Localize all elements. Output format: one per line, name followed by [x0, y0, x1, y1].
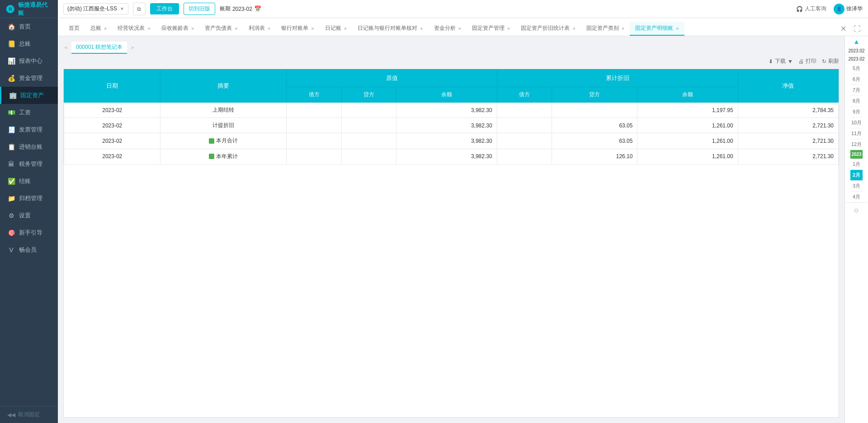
- sidebar-item-结账[interactable]: ✅ 结账: [0, 173, 58, 190]
- cell-summary: 本月合计: [160, 133, 287, 149]
- tab-日记账与银行对账单核对[interactable]: 日记账与银行对账单核对×: [352, 22, 428, 36]
- sidebar-icon: 📋: [7, 143, 15, 150]
- th-yuanzhi-credit: 贷方: [341, 87, 396, 103]
- tab-close-icon[interactable]: ×: [458, 26, 461, 31]
- sidebar-item-进销台账[interactable]: 📋 进销台账: [0, 138, 58, 155]
- asset-name-tab[interactable]: 000001 联想笔记本: [71, 42, 127, 54]
- tab-close-icon[interactable]: ×: [507, 26, 510, 31]
- table-row: 2023-02 本月合计 3,982.30 63.05 1,261.00 2,7…: [64, 133, 839, 149]
- sidebar-item-资金管理[interactable]: 💰 资金管理: [0, 70, 58, 87]
- timeline-period-top2: 2023.02: [845, 55, 868, 63]
- download-label: 下载: [775, 57, 786, 65]
- tab-资金分析[interactable]: 资金分析×: [429, 22, 467, 36]
- sidebar-icon: 🏢: [9, 92, 17, 99]
- company-selector[interactable]: (勿动) 江西服垒-LSS ▼: [63, 3, 128, 14]
- switch-version-button[interactable]: 切到旧版: [184, 3, 215, 15]
- period-value: 2023-02: [232, 6, 252, 12]
- table-row: 2023-02 计提折旧 3,982.30 63.05 1,261.00 2,7…: [64, 118, 839, 133]
- tab-close-icon[interactable]: ×: [235, 26, 237, 31]
- sidebar-item-固定资产[interactable]: 🏢 固定资产: [0, 87, 58, 104]
- timeline-month-item[interactable]: 7月: [850, 85, 863, 96]
- cell-leiji-debit: [497, 149, 552, 164]
- sidebar-icon: 🎯: [7, 229, 15, 236]
- timeline-month-item[interactable]: 8月: [850, 96, 863, 107]
- sidebar-item-设置[interactable]: ⚙ 设置: [0, 207, 58, 224]
- sidebar-label: 税务管理: [19, 160, 42, 168]
- close-tab-icon[interactable]: ✕: [839, 24, 848, 34]
- workbench-button[interactable]: 工作台: [150, 3, 179, 14]
- sidebar-item-归档管理[interactable]: 📁 归档管理: [0, 190, 58, 207]
- nav-next-icon[interactable]: ＞: [130, 44, 135, 52]
- print-label: 打印: [806, 57, 816, 65]
- copy-button[interactable]: ⧉: [133, 3, 146, 15]
- sidebar-icon: 🏛: [7, 160, 15, 168]
- tab-固定资产类别[interactable]: 固定资产类别×: [581, 22, 630, 36]
- calendar-icon[interactable]: 📅: [254, 5, 261, 12]
- tab-总账[interactable]: 总账×: [85, 22, 112, 36]
- tab-资产负债表[interactable]: 资产负债表×: [199, 22, 243, 36]
- timeline-month-item[interactable]: 3月: [850, 181, 863, 192]
- timeline-month-item[interactable]: 12月: [850, 139, 863, 150]
- tab-close-icon[interactable]: ×: [191, 26, 194, 31]
- main-area: (勿动) 江西服垒-LSS ▼ ⧉ 工作台 切到旧版 账期 2023-02 📅 …: [58, 0, 868, 423]
- cell-yuanzhi-debit: [287, 118, 341, 133]
- timeline-month-item[interactable]: 4月: [850, 192, 863, 202]
- cell-net-value: 2,784.35: [738, 103, 838, 118]
- tab-首页[interactable]: 首页: [63, 22, 85, 36]
- tab-close-icon[interactable]: ×: [311, 26, 314, 31]
- download-arrow-icon: ▼: [788, 58, 793, 65]
- tab-利润表[interactable]: 利润表×: [243, 22, 276, 36]
- timeline-month-item[interactable]: 5月: [850, 63, 863, 74]
- download-button[interactable]: ⬇ 下载 ▼: [769, 57, 793, 65]
- tab-close-icon[interactable]: ×: [104, 26, 107, 31]
- timeline-month-item[interactable]: 6月: [850, 74, 863, 85]
- tab-银行对账单[interactable]: 银行对账单×: [276, 22, 319, 36]
- sidebar-label: 畅会员: [19, 246, 37, 254]
- tab-固定资产折旧统计表[interactable]: 固定资产折旧统计表×: [515, 22, 580, 36]
- sidebar-item-畅会员[interactable]: V 畅会员: [0, 241, 58, 258]
- cell-yuanzhi-credit: [341, 133, 396, 149]
- maximize-tab-icon[interactable]: ⛶: [852, 24, 863, 34]
- cell-leiji-credit: 63.05: [552, 118, 637, 133]
- tab-close-icon[interactable]: ×: [420, 26, 423, 31]
- tab-close-icon[interactable]: ×: [676, 26, 679, 31]
- timeline-month-item[interactable]: 9月: [850, 107, 863, 118]
- tab-label: 固定资产类别: [586, 24, 619, 32]
- tab-经营状况表[interactable]: 经营状况表×: [112, 22, 156, 36]
- print-button[interactable]: 🖨 打印: [798, 57, 816, 65]
- sidebar-item-税务管理[interactable]: 🏛 税务管理: [0, 155, 58, 173]
- timeline-up-btn[interactable]: ▲: [845, 36, 868, 47]
- sidebar-label: 报表中心: [19, 57, 42, 65]
- sidebar-item-报表中心[interactable]: 📊 报表中心: [0, 52, 58, 70]
- sidebar-icon: V: [7, 246, 15, 254]
- sidebar-item-新手引导[interactable]: 🎯 新手引导: [0, 224, 58, 241]
- nav-prev-icon[interactable]: ＜: [63, 44, 69, 52]
- sidebar-item-发票管理[interactable]: 🧾 发票管理: [0, 121, 58, 138]
- refresh-button[interactable]: ↻ 刷新: [822, 57, 839, 65]
- print-icon: 🖨: [798, 58, 804, 65]
- tab-应收账龄表[interactable]: 应收账龄表×: [156, 22, 199, 36]
- tab-close-icon[interactable]: ×: [268, 26, 270, 31]
- service-button[interactable]: 🎧 人工客询: [796, 5, 826, 13]
- tab-label: 首页: [69, 24, 80, 32]
- timeline-month-item[interactable]: 1月: [850, 159, 863, 170]
- sidebar-item-总账[interactable]: 📒 总账: [0, 35, 58, 52]
- sidebar-item-工资[interactable]: 💵 工资: [0, 104, 58, 121]
- timeline-down-btn[interactable]: ○: [845, 202, 868, 218]
- timeline-month-item[interactable]: 11月: [850, 128, 863, 139]
- tab-日记账[interactable]: 日记账×: [320, 22, 352, 36]
- tab-close-icon[interactable]: ×: [147, 26, 150, 31]
- tab-固定资产管理[interactable]: 固定资产管理×: [467, 22, 515, 36]
- sidebar-unpin-btn[interactable]: ◀◀ 取消固定: [0, 406, 58, 423]
- sidebar: 畅捷通易代账 🏠 首页 📒 总账 📊 报表中心 💰 资金管理 🏢 固定资产 💵 …: [0, 0, 58, 423]
- tab-close-icon[interactable]: ×: [344, 26, 347, 31]
- timeline-month-item[interactable]: 10月: [850, 118, 863, 128]
- tab-固定资产明细账[interactable]: 固定资产明细账×: [630, 22, 684, 36]
- user-menu[interactable]: 👤 徐泽华: [834, 4, 863, 14]
- cell-date: 2023-02: [64, 133, 160, 149]
- tab-close-icon[interactable]: ×: [622, 26, 624, 31]
- tab-close-icon[interactable]: ×: [572, 26, 575, 31]
- sidebar-item-首页[interactable]: 🏠 首页: [0, 18, 58, 35]
- cell-yuanzhi-debit: [287, 133, 341, 149]
- timeline-month-active[interactable]: 2月: [850, 170, 863, 181]
